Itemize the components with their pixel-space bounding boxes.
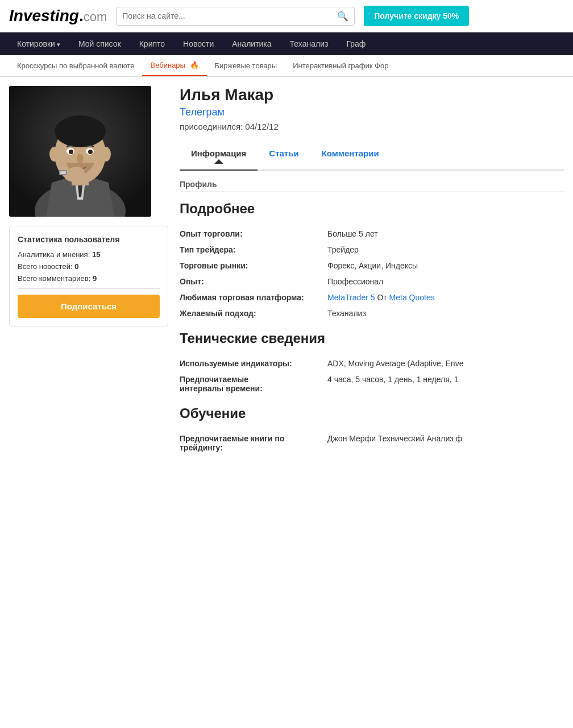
svg-rect-17 [60, 171, 66, 174]
metatrader-link[interactable]: MetaTrader 5 [327, 293, 375, 302]
logo-com: com [84, 10, 107, 24]
logo-investing: Investing [9, 7, 79, 24]
svg-point-12 [69, 150, 73, 154]
svg-point-7 [55, 115, 106, 147]
nav-item-crypto[interactable]: Крипто [131, 32, 173, 55]
stats-comments-label: Всего комментариев: [18, 274, 90, 283]
svg-point-9 [101, 147, 111, 162]
tab-comments[interactable]: Комментарии [310, 143, 391, 171]
detail-value-0: Больше 5 лет [327, 226, 564, 242]
table-row: Желаемый подход: Теханализ [180, 305, 564, 321]
stats-news-value: 0 [74, 262, 78, 271]
detail-key-0: Опыт торговли: [180, 226, 327, 242]
education-table: Предпочитаемые книги потрейдингу: Джон М… [180, 431, 564, 456]
content-area: Статистика пользователя Аналитика и мнен… [0, 77, 573, 469]
nav-item-mylist[interactable]: Мой список [70, 32, 129, 55]
svg-point-13 [88, 150, 93, 154]
subnav-webinars[interactable]: Вебинары 🔥 [142, 55, 206, 76]
subnav-interactive-chart[interactable]: Интерактивный график Фор [285, 56, 396, 76]
technical-key-1: Предпочитаемыеинтервалы времени: [180, 371, 327, 396]
search-icon: 🔍 [337, 11, 348, 22]
subnav-commodities[interactable]: Биржевые товары [207, 56, 285, 76]
logo-dot: . [79, 7, 84, 24]
tab-articles[interactable]: Статьи [258, 143, 310, 171]
profile-telegram-link[interactable]: Телеграм [180, 106, 564, 118]
detail-value-3: Профессионал [327, 274, 564, 289]
stats-analytics-row: Аналитика и мнения: 15 [18, 250, 160, 259]
education-key-0: Предпочитаемые книги потрейдингу: [180, 431, 327, 456]
profile-joined: присоединился: 04/12/12 [180, 122, 564, 131]
tabs: Информация Статьи Комментарии [180, 143, 564, 171]
tab-information[interactable]: Информация [180, 143, 258, 171]
metaquotes-link[interactable]: Meta Quotes [389, 293, 435, 302]
table-row: Используемые индикаторы: ADX, Moving Ave… [180, 355, 564, 371]
table-row: Опыт торговли: Больше 5 лет [180, 226, 564, 242]
search-bar[interactable]: 🔍 [116, 7, 355, 26]
detail-key-2: Торговые рынки: [180, 258, 327, 274]
details-table: Опыт торговли: Больше 5 лет Тип трейдера… [180, 226, 564, 321]
stats-analytics-value: 15 [92, 250, 100, 259]
nav-item-techanalysis[interactable]: Теханализ [282, 32, 337, 55]
detail-key-1: Тип трейдера: [180, 242, 327, 258]
stats-box: Статистика пользователя Аналитика и мнен… [9, 226, 168, 326]
nav-bar: Котировки Мой список Крипто Новости Анал… [0, 32, 573, 55]
technical-value-0: ADX, Moving Average (Adaptive, Enve [327, 355, 564, 371]
technical-value-1: 4 часа, 5 часов, 1 день, 1 неделя, 1 [327, 371, 564, 396]
logo: Investing.com [9, 7, 107, 25]
details-title: Подробнее [180, 201, 564, 217]
detail-key-3: Опыт: [180, 274, 327, 289]
fire-icon: 🔥 [190, 61, 199, 69]
detail-value-4: MetaTrader 5 От Meta Quotes [327, 289, 564, 305]
subnav-crossrates[interactable]: Кросскурсы по выбранной валюте [9, 56, 142, 76]
header: Investing.com 🔍 Получите скидку 50% [0, 0, 573, 32]
svg-rect-15 [72, 174, 89, 185]
subscribe-button[interactable]: Подписаться [18, 295, 160, 318]
technical-key-0: Используемые индикаторы: [180, 355, 327, 371]
detail-value-1: Трейдер [327, 242, 564, 258]
detail-value-5: Теханализ [327, 305, 564, 321]
nav-item-news[interactable]: Новости [175, 32, 222, 55]
profile-section-label: Профиль [180, 180, 564, 192]
nav-item-kotировки[interactable]: Котировки [9, 32, 68, 55]
stats-news-row: Всего новостей: 0 [18, 262, 160, 271]
promo-button[interactable]: Получите скидку 50% [364, 6, 469, 26]
stats-comments-value: 9 [93, 274, 97, 283]
nav-item-analytics[interactable]: Аналитика [224, 32, 279, 55]
table-row: Торговые рынки: Форекс, Акции, Индексы [180, 258, 564, 274]
profile-name: Илья Макар [180, 86, 564, 104]
avatar-container [9, 86, 151, 217]
table-row: Предпочитаемыеинтервалы времени: 4 часа,… [180, 371, 564, 396]
stats-title: Статистика пользователя [18, 234, 160, 245]
table-row: Предпочитаемые книги потрейдингу: Джон М… [180, 431, 564, 456]
sub-nav: Кросскурсы по выбранной валюте Вебинары … [0, 55, 573, 77]
technical-title: Тенические сведения [180, 330, 564, 346]
search-input[interactable] [122, 11, 337, 20]
stats-comments-row: Всего комментариев: 9 [18, 274, 160, 283]
table-row: Тип трейдера: Трейдер [180, 242, 564, 258]
nav-item-graf[interactable]: Граф [338, 32, 373, 55]
profile-main: Илья Макар Телеграм присоединился: 04/12… [180, 86, 564, 460]
detail-key-4: Любимая торговая платформа: [180, 289, 327, 305]
table-row: Опыт: Профессионал [180, 274, 564, 289]
table-row: Любимая торговая платформа: MetaTrader 5… [180, 289, 564, 305]
sidebar: Статистика пользователя Аналитика и мнен… [9, 86, 168, 334]
svg-point-8 [49, 147, 60, 162]
stats-news-label: Всего новостей: [18, 262, 73, 271]
stats-analytics-label: Аналитика и мнения: [18, 250, 90, 259]
detail-value-2: Форекс, Акции, Индексы [327, 258, 564, 274]
stats-divider [18, 288, 160, 289]
technical-table: Используемые индикаторы: ADX, Moving Ave… [180, 355, 564, 396]
tab-indicator [214, 159, 223, 164]
education-title: Обучение [180, 406, 564, 421]
education-value-0: Джон Мерфи Технический Анализ ф [327, 431, 564, 456]
avatar [9, 86, 151, 217]
detail-key-5: Желаемый подход: [180, 305, 327, 321]
